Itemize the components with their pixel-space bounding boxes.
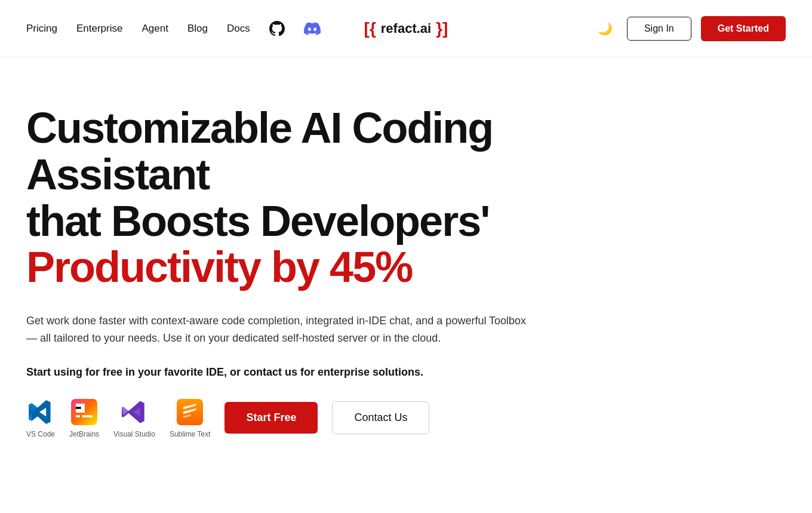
logo-brackets-left: [{ <box>364 19 376 38</box>
hero-title-line1: Customizable AI Coding Assistant <box>26 104 493 198</box>
discord-link[interactable] <box>304 20 321 37</box>
svg-rect-4 <box>76 407 81 409</box>
get-started-button[interactable]: Get Started <box>701 16 786 41</box>
hero-title-highlight: Productivity by 45% <box>26 243 412 291</box>
moon-icon: 🌙 <box>598 21 613 36</box>
hero-cta-text: Start using for free in your favorite ID… <box>26 366 547 379</box>
sublimetext-icon <box>176 398 204 426</box>
sign-in-button[interactable]: Sign In <box>627 17 691 41</box>
ide-visualstudio[interactable]: Visual Studio <box>113 398 155 438</box>
hero-title: Customizable AI Coding Assistant that Bo… <box>26 105 547 291</box>
hero-title-line2: that Boosts Developers' <box>26 197 489 245</box>
contact-us-button[interactable]: Contact Us <box>332 401 429 434</box>
sublimetext-label: Sublime Text <box>170 430 210 438</box>
site-logo[interactable]: [{ refact.ai }] <box>364 19 448 38</box>
nav-enterprise[interactable]: Enterprise <box>76 23 122 35</box>
cta-row: VS Code <box>26 398 547 438</box>
visualstudio-label: Visual Studio <box>113 430 155 438</box>
dark-mode-toggle[interactable]: 🌙 <box>593 17 617 41</box>
ide-vscode[interactable]: VS Code <box>26 398 55 438</box>
svg-rect-3 <box>82 415 93 417</box>
jetbrains-label: JetBrains <box>69 430 99 438</box>
github-link[interactable] <box>269 21 285 36</box>
nav-pricing[interactable]: Pricing <box>26 23 57 35</box>
header-actions: 🌙 Sign In Get Started <box>593 16 786 41</box>
vscode-icon <box>26 398 55 426</box>
nav-agent[interactable]: Agent <box>142 23 168 35</box>
svg-rect-2 <box>76 415 80 417</box>
ide-jetbrains[interactable]: JetBrains <box>69 398 99 438</box>
nav-blog[interactable]: Blog <box>187 23 208 35</box>
logo-text: refact.ai <box>381 21 431 36</box>
main-nav: Pricing Enterprise Agent Blog Docs <box>26 20 593 37</box>
hero-description: Get work done faster with context-aware … <box>26 312 528 347</box>
visualstudio-icon <box>120 398 149 426</box>
logo-brackets-right: }] <box>436 19 448 38</box>
hero-section: Customizable AI Coding Assistant that Bo… <box>0 57 573 474</box>
ide-icons-group: VS Code <box>26 398 210 438</box>
ide-sublimetext[interactable]: Sublime Text <box>170 398 210 438</box>
vscode-label: VS Code <box>26 430 55 438</box>
jetbrains-icon <box>70 398 99 426</box>
nav-docs[interactable]: Docs <box>227 23 250 35</box>
start-free-button[interactable]: Start Free <box>224 402 318 434</box>
